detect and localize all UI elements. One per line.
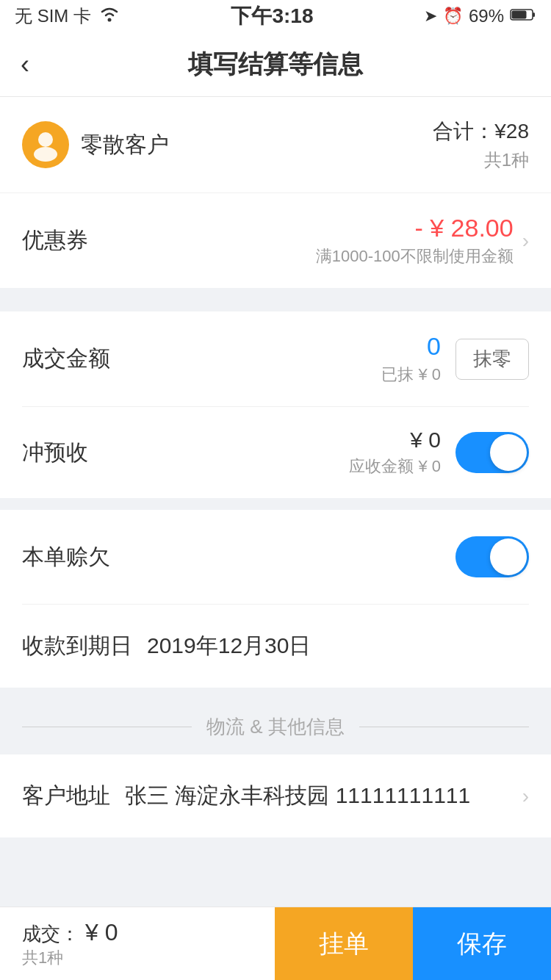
coupon-label: 优惠券 xyxy=(22,226,88,256)
amount-right: 0 已抹 ¥ 0 抹零 xyxy=(381,332,529,386)
bottom-info: 成交： ¥ 0 共1种 xyxy=(0,907,275,980)
page-title: 填写结算等信息 xyxy=(188,48,363,82)
bottom-deal-label: 成交： xyxy=(22,921,79,947)
status-left: 无 SIM 卡 xyxy=(15,4,120,28)
round-zero-button[interactable]: 抹零 xyxy=(455,339,529,380)
address-chevron-icon: › xyxy=(522,785,529,808)
section-divider-2 xyxy=(0,498,551,510)
debt-toggle[interactable] xyxy=(455,536,529,577)
bottom-count: 共1种 xyxy=(22,947,253,969)
avatar xyxy=(22,121,69,168)
svg-rect-2 xyxy=(533,12,535,17)
amount-value: 0 xyxy=(381,332,441,361)
prepaid-value-wrap: ¥ 0 应收金额 ¥ 0 xyxy=(349,428,441,478)
coupon-desc: 满1000-100不限制使用金额 xyxy=(316,245,514,267)
amount-label: 成交金额 xyxy=(22,344,110,374)
svg-point-0 xyxy=(108,18,112,22)
prepaid-row: 冲预收 ¥ 0 应收金额 ¥ 0 xyxy=(22,407,529,498)
status-bar: 无 SIM 卡 下午3:18 ➤ ⏰ 69% xyxy=(0,0,551,32)
save-button[interactable]: 保存 xyxy=(413,907,551,980)
alarm-icon: ⏰ xyxy=(443,7,463,26)
svg-point-5 xyxy=(34,147,57,162)
wifi-icon xyxy=(98,6,120,26)
prepaid-label: 冲预收 xyxy=(22,438,88,468)
location-icon: ➤ xyxy=(424,7,437,26)
hold-button-label: 挂单 xyxy=(319,927,369,961)
address-section: 客户地址 张三 海淀永丰科技园 11111111111 › xyxy=(0,754,551,837)
status-time: 下午3:18 xyxy=(231,2,313,30)
divider-line-left xyxy=(22,727,192,727)
divider-line-right xyxy=(359,727,529,727)
coupon-discount: - ¥ 28.00 xyxy=(316,214,514,242)
customer-name: 零散客户 xyxy=(81,130,169,160)
status-right: ➤ ⏰ 69% xyxy=(424,6,536,26)
save-button-label: 保存 xyxy=(457,927,507,961)
coupon-info: - ¥ 28.00 满1000-100不限制使用金额 xyxy=(316,214,514,267)
debt-row: 本单赊欠 xyxy=(22,510,529,605)
debt-label: 本单赊欠 xyxy=(22,542,110,572)
prepaid-sub: 应收金额 ¥ 0 xyxy=(349,455,441,478)
svg-point-4 xyxy=(38,132,53,147)
toggle-knob xyxy=(490,434,527,471)
battery-icon xyxy=(510,6,536,26)
chevron-right-icon: › xyxy=(522,229,529,253)
total-count: 共1种 xyxy=(433,148,529,172)
prepaid-value: ¥ 0 xyxy=(349,428,441,453)
battery-text: 69% xyxy=(469,6,504,26)
customer-row: 零散客户 合计：¥28 共1种 xyxy=(0,97,551,192)
section-divider-1 xyxy=(0,300,551,311)
nav-bar: ‹ 填写结算等信息 xyxy=(0,32,551,97)
due-date-value: 2019年12月30日 xyxy=(147,631,311,661)
prepaid-toggle[interactable] xyxy=(455,432,529,473)
due-date-row: 收款到期日 2019年12月30日 xyxy=(22,605,529,688)
no-sim-text: 无 SIM 卡 xyxy=(15,4,91,28)
due-date-label: 收款到期日 xyxy=(22,631,132,661)
address-label: 客户地址 xyxy=(22,781,110,811)
amount-value-wrap: 0 已抹 ¥ 0 xyxy=(381,332,441,386)
logistics-divider: 物流 & 其他信息 xyxy=(0,699,551,754)
bottom-deal-amount: ¥ 0 xyxy=(85,919,118,946)
address-value: 张三 海淀永丰科技园 11111111111 xyxy=(125,781,522,811)
coupon-row[interactable]: 优惠券 - ¥ 28.00 满1000-100不限制使用金额 › xyxy=(0,192,551,288)
customer-left: 零散客户 xyxy=(22,121,169,168)
prepaid-right: ¥ 0 应收金额 ¥ 0 xyxy=(349,428,529,478)
amount-row: 成交金额 0 已抹 ¥ 0 抹零 xyxy=(22,311,529,407)
hold-button[interactable]: 挂单 xyxy=(275,907,413,980)
customer-total: 合计：¥28 共1种 xyxy=(433,118,529,172)
back-button[interactable]: ‹ xyxy=(21,49,29,80)
logistics-label: 物流 & 其他信息 xyxy=(206,714,345,740)
coupon-right: - ¥ 28.00 满1000-100不限制使用金额 › xyxy=(316,214,529,267)
debt-section: 本单赊欠 收款到期日 2019年12月30日 xyxy=(0,510,551,688)
amount-sub: 已抹 ¥ 0 xyxy=(381,364,441,386)
amount-section: 成交金额 0 已抹 ¥ 0 抹零 冲预收 ¥ 0 应收金额 ¥ 0 xyxy=(0,311,551,498)
debt-toggle-knob xyxy=(490,538,527,575)
svg-rect-3 xyxy=(511,11,526,19)
customer-section: 零散客户 合计：¥28 共1种 优惠券 - ¥ 28.00 满1000-100不… xyxy=(0,97,551,288)
address-row[interactable]: 客户地址 张三 海淀永丰科技园 11111111111 › xyxy=(22,754,529,837)
total-amount: 合计：¥28 xyxy=(433,118,529,145)
bottom-bar: 成交： ¥ 0 共1种 挂单 保存 xyxy=(0,907,551,980)
